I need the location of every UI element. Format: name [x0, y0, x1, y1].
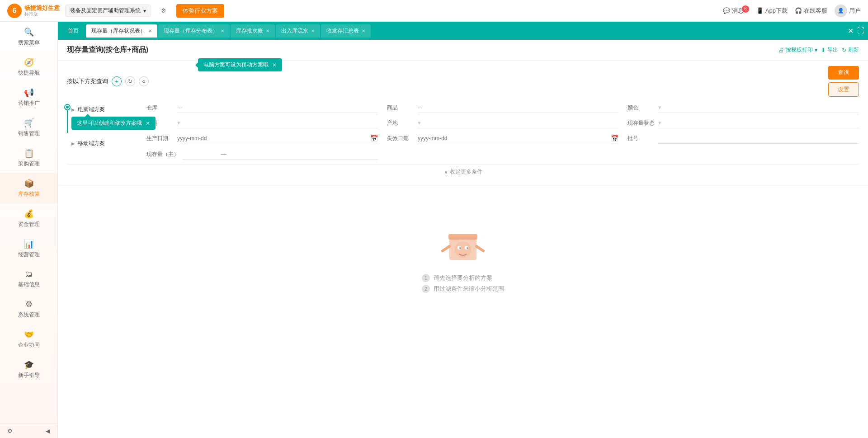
- tab-flow[interactable]: 出入库流水 ✕: [276, 24, 320, 38]
- refresh-btn[interactable]: ↻ 刷新: [842, 46, 859, 54]
- guide-icon: 🎓: [24, 360, 34, 370]
- page-title: 现存量查询(按仓库+商品): [67, 45, 148, 55]
- app-label: App下载: [765, 7, 788, 15]
- refresh-label: 刷新: [848, 46, 859, 54]
- sidebar-item-operations-label: 经营管理: [18, 251, 40, 259]
- export-btn[interactable]: ⬇ 导出: [821, 46, 838, 54]
- tooltip-scheme-create: 这里可以创建和修改方案哦 ✕: [71, 117, 156, 130]
- tab-inventory-status-close[interactable]: ✕: [148, 28, 152, 33]
- svg-line-7: [443, 246, 449, 251]
- tab-batch[interactable]: 库存批次账 ✕: [231, 24, 275, 38]
- production-date-calendar-icon[interactable]: 📅: [370, 135, 378, 142]
- tab-flow-close[interactable]: ✕: [311, 28, 315, 33]
- tab-batch-close[interactable]: ✕: [266, 28, 269, 33]
- sidebar-item-nav[interactable]: 🧭 快捷导航: [0, 52, 57, 82]
- color-select[interactable]: ▾: [658, 102, 859, 113]
- logo-icon-text: 6: [13, 7, 17, 15]
- sidebar-item-operations[interactable]: 📊 经营管理: [0, 234, 57, 264]
- origin-select[interactable]: ▾: [418, 118, 618, 128]
- finance-icon: 💰: [24, 209, 34, 219]
- warehouse-select[interactable]: ···: [177, 103, 378, 113]
- app-container: 6 畅捷通好生意 标准版 装备及固定资产辅助管理系统 ▾ ⚙ 体验行业方案 💬 …: [0, 0, 868, 438]
- filter-refresh-btn[interactable]: ↻: [125, 76, 135, 86]
- tab-summary-label: 收发存汇总表: [326, 27, 359, 35]
- print-icon: 🖨: [778, 47, 784, 53]
- tab-summary[interactable]: 收发存汇总表 ✕: [321, 24, 371, 38]
- sidebar-item-purchase[interactable]: 📋 采购管理: [0, 143, 57, 173]
- tooltip-scheme-create-text: 这里可以创建和修改方案哦: [77, 119, 142, 127]
- sidebar-item-marketing[interactable]: 📢 营销推广: [0, 82, 57, 113]
- tab-inventory-dist-close[interactable]: ✕: [221, 28, 224, 33]
- size-select[interactable]: ▾: [177, 118, 378, 128]
- tab-fullscreen-icon[interactable]: ⛶: [857, 27, 864, 35]
- production-date-label: 生产日期: [146, 135, 174, 142]
- tab-expand-icon[interactable]: ✕: [848, 27, 854, 35]
- page-inner: 现存量查询(按仓库+商品) 🖨 按模板打印 ▾ ⬇ 导出: [58, 40, 868, 438]
- sidebar-item-search-label: 搜索菜单: [18, 39, 40, 47]
- sidebar-item-enterprise[interactable]: 🤝 企业协同: [0, 324, 57, 354]
- filter-batch: 批号: [627, 133, 859, 144]
- step-1-text: 请先选择要分析的方案: [434, 274, 492, 282]
- sidebar-item-enterprise-label: 企业协同: [18, 341, 40, 349]
- sidebar-item-search[interactable]: 🔍 搜索菜单: [0, 22, 57, 52]
- system-selector[interactable]: 装备及固定资产辅助管理系统 ▾: [65, 5, 151, 17]
- filter-goods: 商品 ···: [387, 102, 618, 113]
- user-item[interactable]: 👤 用户: [835, 5, 861, 17]
- sidebar-item-system[interactable]: ⚙ 系统管理: [0, 294, 57, 324]
- sidebar-item-inventory[interactable]: 📦 库存核算: [0, 173, 57, 203]
- settings-icon-btn[interactable]: ⚙: [156, 4, 171, 18]
- top-bar: 6 畅捷通好生意 标准版 装备及固定资产辅助管理系统 ▾ ⚙ 体验行业方案 💬 …: [0, 0, 868, 22]
- sidebar-item-system-label: 系统管理: [18, 311, 40, 319]
- expiry-date-calendar-icon[interactable]: 📅: [611, 135, 618, 142]
- sidebar-item-sales[interactable]: 🛒 销售管理: [0, 113, 57, 143]
- notification-item[interactable]: 💬 消息 6: [723, 7, 749, 15]
- sidebar-settings-icon[interactable]: ⚙: [7, 428, 13, 434]
- goods-select[interactable]: ···: [418, 103, 618, 113]
- batch-input[interactable]: [658, 133, 859, 144]
- filter-warehouse: 仓库 ···: [146, 102, 378, 113]
- tab-home[interactable]: 首页: [61, 24, 85, 38]
- print-arrow: ▾: [815, 47, 817, 53]
- app-download-item[interactable]: 📱 App下载: [756, 7, 788, 15]
- tab-inventory-status-label: 现存量（库存状况表）: [91, 27, 146, 35]
- search-btn[interactable]: 查询: [828, 66, 859, 80]
- stock-status-select[interactable]: ▾: [658, 118, 859, 128]
- sidebar-item-basic[interactable]: 🗂 基础信息: [0, 264, 57, 294]
- main-layout: 🔍 搜索菜单 🧭 快捷导航 📢 营销推广 🛒 销售管理 📋 采购管理 📦: [0, 22, 868, 438]
- print-btn[interactable]: 🖨 按模板打印 ▾: [778, 46, 817, 54]
- tab-batch-label: 库存批次账: [236, 27, 263, 35]
- mobile-scheme-item[interactable]: ▶ 移动端方案: [71, 138, 139, 149]
- filter-add-btn[interactable]: +: [112, 76, 122, 86]
- goods-more: ···: [418, 104, 422, 111]
- svg-point-6: [467, 247, 468, 249]
- origin-arrow: ▾: [418, 119, 421, 126]
- svg-rect-1: [448, 234, 477, 240]
- production-date-input[interactable]: [177, 135, 368, 141]
- desktop-scheme-item[interactable]: ▶ 电脑端方案: [71, 104, 139, 115]
- sidebar-item-finance[interactable]: 💰 资金管理: [0, 203, 57, 234]
- industry-btn[interactable]: 体验行业方案: [176, 4, 224, 18]
- tab-summary-close[interactable]: ✕: [362, 28, 365, 33]
- filter-back-btn[interactable]: «: [139, 76, 149, 86]
- filter-row-1: 仓库 ··· 商品 ···: [146, 102, 859, 113]
- tab-inventory-dist[interactable]: 现存量（库存分布表） ✕: [158, 24, 230, 38]
- reset-btn[interactable]: 设置: [828, 82, 859, 97]
- expiry-date-input[interactable]: [418, 135, 609, 141]
- stock-main-min[interactable]: [183, 151, 219, 157]
- tab-inventory-dist-label: 现存量（库存分布表）: [164, 27, 218, 35]
- stock-status-arrow: ▾: [658, 119, 661, 126]
- sidebar-item-basic-label: 基础信息: [18, 281, 40, 288]
- tab-flow-label: 出入库流水: [281, 27, 308, 35]
- tab-inventory-status[interactable]: 现存量（库存状况表） ✕: [86, 24, 157, 38]
- tooltip-scheme-mobile-close[interactable]: ✕: [272, 62, 277, 68]
- collapse-bar[interactable]: ∧ 收起更多条件: [67, 164, 859, 179]
- sidebar-item-guide[interactable]: 🎓 新手引导: [0, 354, 57, 385]
- tooltip-scheme-create-close[interactable]: ✕: [146, 120, 150, 127]
- support-item[interactable]: 🎧 在线客服: [795, 7, 827, 15]
- page-header: 现存量查询(按仓库+商品) 🖨 按模板打印 ▾ ⬇ 导出: [58, 40, 868, 61]
- filter-production-date: 生产日期 📅: [146, 133, 378, 144]
- sidebar-item-inventory-label: 库存核算: [18, 190, 40, 198]
- sidebar-collapse-icon[interactable]: ◀: [46, 428, 50, 434]
- scheme-tree-column: ▶ 电脑端方案 这里可以创建和修改方案哦 ✕: [67, 102, 139, 164]
- top-bar-right: 💬 消息 6 📱 App下载 🎧 在线客服 👤 用户: [723, 5, 861, 17]
